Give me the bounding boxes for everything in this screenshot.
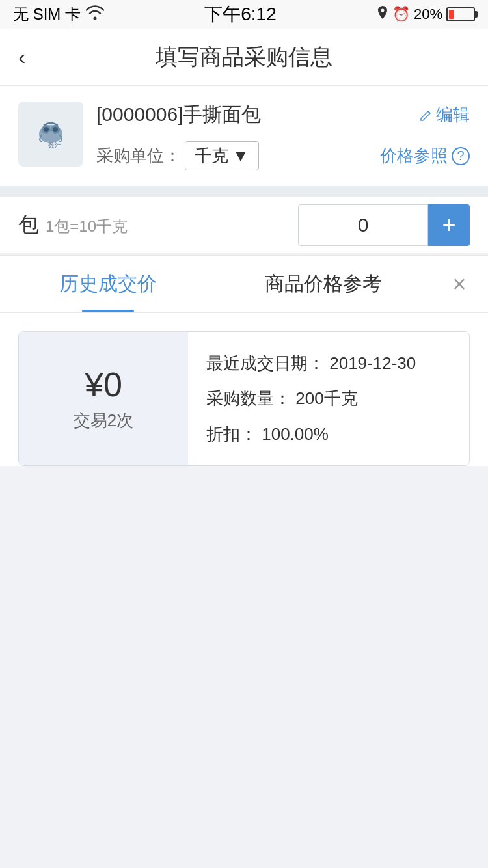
info-icon: ?	[452, 147, 470, 165]
product-info: [0000006]手撕面包 编辑 采购单位： 千克 ▼ 价格参照 ?	[96, 102, 470, 170]
unit-select[interactable]: 千克 ▼	[185, 141, 259, 170]
panel-close-button[interactable]: ×	[431, 256, 488, 313]
price-ref-button[interactable]: 价格参照 ?	[380, 144, 470, 167]
product-thumbnail-icon: 数汁	[31, 112, 70, 157]
nav-bar: ‹ 填写商品采购信息	[0, 29, 488, 86]
status-time: 下午6:12	[204, 2, 277, 27]
svg-text:数汁: 数汁	[48, 142, 61, 149]
unit-row: 采购单位： 千克 ▼ 价格参照 ?	[96, 141, 470, 170]
history-price-section: ¥0 交易2次	[19, 332, 188, 465]
discount-row: 折扣： 100.00%	[206, 422, 451, 446]
svg-point-5	[48, 131, 53, 134]
tab-history-price[interactable]: 历史成交价	[0, 256, 215, 312]
svg-point-3	[44, 127, 49, 132]
edit-button[interactable]: 编辑	[419, 103, 470, 126]
page-background	[0, 484, 488, 848]
dropdown-arrow-icon: ▼	[232, 146, 249, 166]
status-bar: 无 SIM 卡 下午6:12 ⏰ 20%	[0, 0, 488, 29]
purchase-quantity-row: 采购数量： 200千克	[206, 387, 451, 410]
product-header: [0000006]手撕面包 编辑	[96, 102, 470, 128]
quantity-input[interactable]: 0	[298, 204, 428, 246]
quantity-label-group: 包 1包=10千克	[18, 211, 128, 239]
page-title: 填写商品采购信息	[156, 42, 332, 72]
status-right: ⏰ 20%	[377, 5, 475, 23]
carrier-text: 无 SIM 卡	[13, 4, 81, 25]
history-trades-count: 交易2次	[74, 409, 133, 432]
product-name: [0000006]手撕面包	[96, 102, 261, 128]
status-left: 无 SIM 卡	[13, 4, 104, 25]
battery-icon	[446, 7, 475, 21]
history-details-section: 最近成交日期： 2019-12-30 采购数量： 200千克 折扣： 100.0…	[188, 332, 469, 465]
svg-point-4	[53, 127, 58, 132]
bottom-panel: 历史成交价 商品价格参考 × ¥0 交易2次 最近成交日期： 2019-12-3…	[0, 255, 488, 466]
section-divider	[0, 186, 488, 197]
quantity-plus-button[interactable]: +	[428, 204, 470, 246]
panel-tabs: 历史成交价 商品价格参考 ×	[0, 256, 488, 313]
product-image: 数汁	[18, 102, 83, 167]
recent-date-row: 最近成交日期： 2019-12-30	[206, 351, 451, 375]
location-icon	[377, 5, 388, 23]
quantity-input-group: 0 +	[298, 204, 470, 246]
history-card: ¥0 交易2次 最近成交日期： 2019-12-30 采购数量： 200千克 折…	[18, 331, 470, 466]
alarm-icon: ⏰	[392, 6, 410, 23]
quantity-unit-label: 包	[18, 211, 39, 239]
battery-percent: 20%	[414, 6, 442, 23]
unit-label: 采购单位：	[96, 144, 181, 167]
tab-price-reference[interactable]: 商品价格参考	[215, 256, 431, 312]
product-card: 数汁 [0000006]手撕面包 编辑 采购单位： 千克 ▼	[0, 86, 488, 186]
quantity-row: 包 1包=10千克 0 +	[0, 197, 488, 254]
back-button[interactable]: ‹	[18, 44, 25, 70]
history-price-value: ¥0	[85, 365, 122, 404]
quantity-sub-label: 1包=10千克	[46, 216, 128, 237]
wifi-icon	[86, 5, 104, 23]
